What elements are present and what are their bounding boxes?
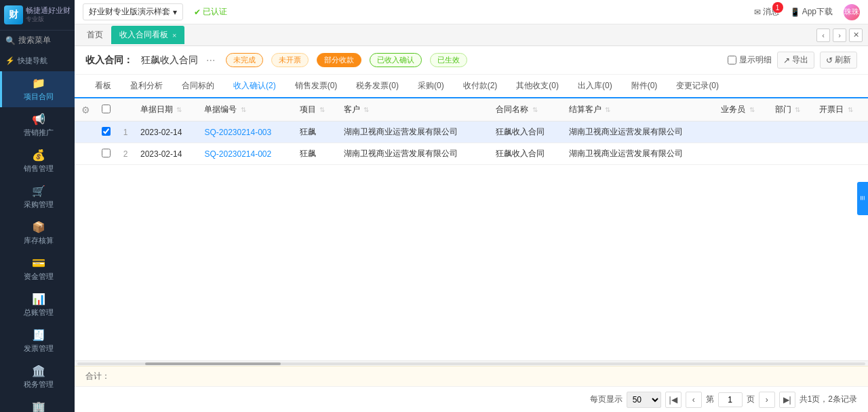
app-download-button[interactable]: 📱 App下载 <box>790 6 833 18</box>
row-checkbox-0[interactable] <box>96 121 116 143</box>
quick-nav[interactable]: ⚡ 快捷导航 <box>0 50 75 71</box>
subtab-10[interactable]: 附件(0) <box>622 75 667 98</box>
avatar-image: 珠珠 <box>844 4 860 20</box>
row-check-1[interactable] <box>102 149 111 157</box>
row-number-1[interactable]: SQ-20230214-002 <box>199 143 294 165</box>
search-menu[interactable]: 🔍 搜索菜单 <box>0 31 75 50</box>
tab-home[interactable]: 首页 <box>80 26 110 43</box>
subtab-4[interactable]: 销售发票(0) <box>285 75 347 98</box>
sidebar-item-marketing[interactable]: 📢营销推广 <box>0 107 75 143</box>
row-number-link-0[interactable]: SQ-20230214-003 <box>204 128 271 137</box>
subtab-9[interactable]: 出入库(0) <box>568 75 622 98</box>
row-number-link-1[interactable]: SQ-20230214-002 <box>204 149 271 159</box>
subtab-7[interactable]: 收付款(2) <box>454 75 507 98</box>
row-checkbox-1[interactable] <box>96 143 116 165</box>
refresh-label: 刷新 <box>835 54 851 66</box>
tab-label: 收入合同看板 <box>119 29 168 41</box>
total-row: 合计： <box>75 366 868 386</box>
row-date-0: 2023-02-14 <box>135 121 199 143</box>
col-date[interactable]: 单据日期 ⇅ <box>135 98 199 121</box>
col-customer[interactable]: 客户 ⇅ <box>338 98 491 121</box>
sidebar-item-invoice[interactable]: 🧾发票管理 <box>0 323 75 359</box>
col-settle-customer[interactable]: 结算客户 ⇅ <box>564 98 716 121</box>
col-dept[interactable]: 部门 ⇅ <box>770 98 814 121</box>
status-uninvoiced[interactable]: 未开票 <box>271 53 309 67</box>
message-button[interactable]: ✉ 消息 1 <box>754 6 779 18</box>
quick-nav-label: 快捷导航 <box>18 56 47 66</box>
sidebar-item-sales[interactable]: 💰销售管理 <box>0 143 75 179</box>
total-pages-text: 共1页，2条记录 <box>800 394 857 405</box>
sidebar-item-funds[interactable]: 💳资金管理 <box>0 251 75 287</box>
subtab-3[interactable]: 收入确认(2) <box>224 75 285 98</box>
table-row[interactable]: 1 2023-02-14 SQ-20230214-003 狂飙 湖南卫视商业运营… <box>75 121 868 143</box>
table-row[interactable]: 2 2023-02-14 SQ-20230214-002 狂飙 湖南卫视商业运营… <box>75 143 868 165</box>
row-check-0[interactable] <box>102 127 111 136</box>
col-salesman[interactable]: 业务员 ⇅ <box>715 98 770 121</box>
logo: 财 畅捷通好业财 专业版 <box>0 0 75 31</box>
status-effective[interactable]: 已生效 <box>430 53 467 67</box>
nav-icon-general: 📊 <box>32 293 45 305</box>
sidebar-item-general[interactable]: 📊总账管理 <box>0 287 75 323</box>
verified-badge: ✔ 已认证 <box>194 6 227 18</box>
right-panel-toggle[interactable]: ≡ <box>857 182 868 215</box>
sidebar-nav: 📁项目合同📢营销推广💰销售管理🛒采购管理📦库存核算💳资金管理📊总账管理🧾发票管理… <box>0 71 75 412</box>
col-settings[interactable]: ⚙ <box>75 98 96 121</box>
user-avatar[interactable]: 珠珠 <box>844 4 860 20</box>
first-page-button[interactable]: |◀ <box>665 392 682 408</box>
scroll-track[interactable] <box>77 362 865 365</box>
col-bill-date[interactable]: 开票日 ⇅ <box>814 98 868 121</box>
col-contract[interactable]: 合同名称 ⇅ <box>490 98 563 121</box>
show-detail-checkbox[interactable]: 显示明细 <box>728 54 772 66</box>
subtab-5[interactable]: 税务发票(0) <box>347 75 408 98</box>
col-project[interactable]: 项目 ⇅ <box>294 98 338 121</box>
page-input[interactable] <box>718 392 743 407</box>
tab-close-icon[interactable]: × <box>172 31 176 39</box>
subtab-0[interactable]: 看板 <box>85 75 121 98</box>
subtab-2[interactable]: 合同标的 <box>172 75 224 98</box>
sidebar-item-tax[interactable]: 🏛️税务管理 <box>0 359 75 395</box>
tab-prev-button[interactable]: ‹ <box>816 29 830 42</box>
refresh-button[interactable]: ↺ 刷新 <box>820 52 857 69</box>
status-confirmed[interactable]: 已收入确认 <box>370 53 422 67</box>
subtab-8[interactable]: 其他收支(0) <box>507 75 568 98</box>
more-button[interactable]: ··· <box>206 54 215 67</box>
sort-number-icon: ⇅ <box>241 106 246 113</box>
sidebar-item-inventory[interactable]: 📦库存核算 <box>0 215 75 251</box>
sidebar-item-purchase[interactable]: 🛒采购管理 <box>0 179 75 215</box>
row-billdate-1 <box>814 143 868 165</box>
scroll-thumb[interactable] <box>145 362 281 365</box>
tab-close-all-button[interactable]: ✕ <box>849 29 863 42</box>
sidebar: 财 畅捷通好业财 专业版 🔍 搜索菜单 ⚡ 快捷导航 📁项目合同📢营销推广💰销售… <box>0 0 75 412</box>
next-page-button[interactable]: › <box>759 392 775 408</box>
nav-label-purchase: 采购管理 <box>24 200 54 210</box>
status-incomplete[interactable]: 未完成 <box>226 53 263 67</box>
subtab-1[interactable]: 盈利分析 <box>121 75 172 98</box>
company-selector[interactable]: 好业财专业版演示样套 ▾ <box>83 3 183 20</box>
row-number-0[interactable]: SQ-20230214-003 <box>199 121 294 143</box>
subtab-6[interactable]: 采购(0) <box>408 75 454 98</box>
show-detail-input[interactable] <box>728 56 736 64</box>
col-number[interactable]: 单据编号 ⇅ <box>199 98 294 121</box>
last-page-button[interactable]: ▶| <box>779 392 795 408</box>
prev-page-button[interactable]: ‹ <box>686 392 702 408</box>
subtab-11[interactable]: 变更记录(0) <box>667 75 728 98</box>
tabbar: 首页 收入合同看板 × ‹ › ✕ <box>75 24 868 46</box>
export-button[interactable]: ↗ 导出 <box>777 52 814 69</box>
logo-sub: 专业版 <box>26 15 71 24</box>
check-icon: ✔ <box>194 7 201 17</box>
status-partial[interactable]: 部分收款 <box>317 53 361 67</box>
per-page-select[interactable]: 20 50 100 <box>627 392 661 408</box>
sidebar-item-assets[interactable]: 🏢固定资产 <box>0 395 75 412</box>
tab-next-button[interactable]: › <box>833 29 846 42</box>
nav-icon-tax: 🏛️ <box>32 364 45 377</box>
contract-header: 收入合同： 狂飙收入合同 ··· 未完成 未开票 部分收款 已收入确认 已生效 … <box>75 46 868 75</box>
tab-contract-board[interactable]: 收入合同看板 × <box>111 26 184 44</box>
export-label: 导出 <box>792 54 808 66</box>
sidebar-item-project[interactable]: 📁项目合同 <box>0 71 75 107</box>
scroll-bar[interactable] <box>75 360 868 366</box>
nav-icon-invoice: 🧾 <box>32 329 45 341</box>
select-all-checkbox[interactable] <box>102 105 111 113</box>
table-wrap[interactable]: ⚙ 单据日期 ⇅ 单据编号 ⇅ 项目 ⇅ 客户 ⇅ 合同名称 ⇅ 结算客户 ⇅ … <box>75 98 868 360</box>
content-area: 收入合同： 狂飙收入合同 ··· 未完成 未开票 部分收款 已收入确认 已生效 … <box>75 46 868 412</box>
settings-icon[interactable]: ⚙ <box>81 105 90 115</box>
